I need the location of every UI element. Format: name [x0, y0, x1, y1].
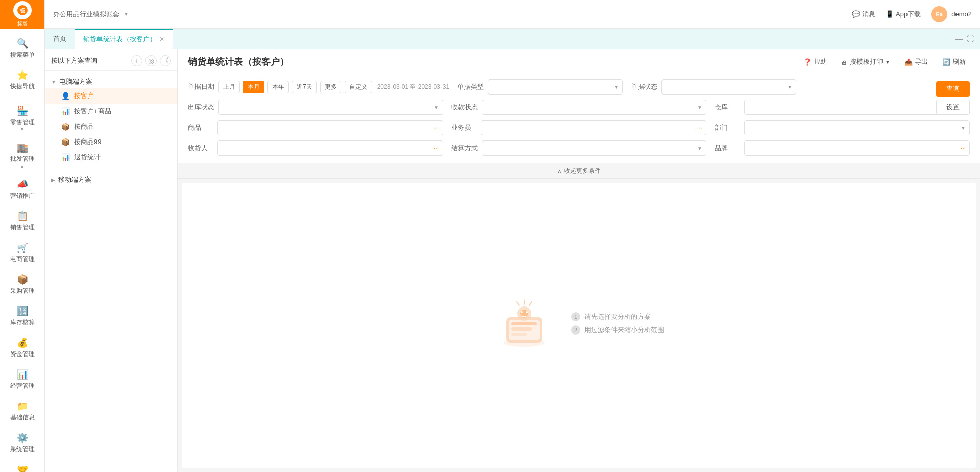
refresh-btn[interactable]: 🔄 刷新	[938, 55, 970, 68]
scheme-header: 按以下方案查询 + ◎ 《	[45, 49, 177, 71]
tab-close-icon[interactable]: ✕	[159, 36, 164, 43]
svg-line-12	[517, 302, 519, 305]
header-right: 💬 消息 📱 App下载 Ea demo2	[852, 6, 972, 22]
date-btn-last-month[interactable]: 上月	[218, 81, 240, 93]
scheme-edit-btn[interactable]: ◎	[145, 55, 157, 66]
svg-rect-6	[511, 327, 532, 331]
filter-row-3: 商品 ··· 业务员 ··· 部门	[188, 120, 970, 135]
scheme-collapse-btn[interactable]: 《	[160, 55, 171, 66]
logo[interactable]: 畅 标版	[0, 0, 44, 29]
sidebar-item-enterprise[interactable]: 🤝 企业协同	[0, 459, 44, 472]
sidebar-item-operations[interactable]: 📊 经营管理	[0, 364, 44, 395]
payment-select[interactable]	[482, 140, 706, 156]
empty-state: 1 请先选择要分析的方案 2 用过滤条件来缩小分析范围	[182, 183, 976, 468]
tab-controls: — ⛶	[173, 35, 980, 43]
avatar: Ea	[931, 6, 947, 22]
sidebar-inventory-label: 库存核算	[10, 318, 35, 327]
refresh-icon: 🔄	[942, 58, 950, 66]
message-label: 消息	[862, 10, 875, 19]
salesperson-more-icon[interactable]: ···	[697, 124, 702, 131]
purchase-icon: 📦	[17, 274, 28, 285]
query-btn[interactable]: 查询	[936, 81, 970, 97]
finance-icon: 💰	[17, 337, 28, 348]
mobile-group-label: 移动端方案	[58, 175, 91, 184]
sidebar-item-purchase[interactable]: 📦 采购管理	[0, 269, 44, 300]
settings-btn[interactable]: 设置	[936, 100, 970, 115]
scheme-group-mobile[interactable]: ▶ 移动端方案	[45, 173, 177, 186]
goods-label: 商品	[188, 123, 213, 132]
breadcrumb-arrow[interactable]: ▼	[124, 11, 129, 17]
return-icon: 📊	[61, 153, 70, 161]
sidebar-item-marketing[interactable]: 📣 营销推广	[0, 174, 44, 205]
logo-icon: 畅	[13, 1, 32, 19]
empty-tip-2: 2 用过滤条件来缩小分析范围	[571, 325, 664, 335]
date-btn-custom[interactable]: 自定义	[345, 81, 372, 93]
date-btn-this-year[interactable]: 本年	[267, 81, 289, 93]
tab-home[interactable]: 首页	[45, 29, 75, 49]
sidebar-item-retail[interactable]: 🏪 零售管理 ▼	[0, 100, 44, 137]
scheme-child-by-goods[interactable]: 📦 按商品	[45, 119, 177, 134]
receiver-input[interactable]	[217, 140, 443, 156]
header-left: 办公用品行业模拟账套 ▼	[53, 10, 129, 19]
sidebar-operations-label: 经营管理	[10, 382, 35, 390]
inventory-icon: 🔢	[17, 305, 28, 317]
doc-type-select[interactable]	[488, 79, 623, 95]
sidebar-item-basic[interactable]: 📁 基础信息	[0, 395, 44, 427]
payment-select-wrap: ▼	[482, 140, 706, 156]
tab-minimize-icon[interactable]: —	[955, 35, 963, 43]
out-status-select[interactable]	[218, 100, 443, 115]
sidebar-item-sales[interactable]: 📋 销售管理	[0, 205, 44, 237]
scheme-group-desktop[interactable]: ▼ 电脑端方案	[45, 75, 177, 88]
app-download-btn[interactable]: 📱 App下载	[886, 10, 921, 19]
brand-input-wrap: ···	[744, 140, 970, 156]
sales-icon: 📋	[17, 210, 28, 222]
message-icon: 💬	[852, 10, 860, 18]
sidebar-shortcut-label: 快捷导航	[10, 82, 35, 91]
date-btn-this-month[interactable]: 本月	[243, 81, 264, 93]
salesperson-input[interactable]	[481, 120, 706, 135]
goods-more-icon[interactable]: ···	[434, 124, 439, 131]
scheme-child-by-customer[interactable]: 👤 按客户	[45, 88, 177, 104]
salesperson-label: 业务员	[451, 123, 477, 132]
user-menu[interactable]: Ea demo2	[931, 6, 972, 22]
doc-status-label: 单据状态	[631, 82, 657, 91]
export-btn[interactable]: 📤 导出	[900, 55, 932, 68]
sidebar-item-inventory[interactable]: 🔢 库存核算	[0, 300, 44, 332]
scheme-add-btn[interactable]: +	[131, 55, 142, 66]
goods-input[interactable]	[217, 120, 443, 135]
dept-select[interactable]	[744, 120, 970, 135]
sidebar-finance-label: 资金管理	[10, 350, 35, 359]
doc-status-select[interactable]	[662, 79, 796, 95]
sidebar-purchase-label: 采购管理	[10, 287, 35, 295]
date-btn-last-7[interactable]: 近7天	[292, 81, 317, 93]
scheme-child-by-customer-goods[interactable]: 📊 按客户+商品	[45, 104, 177, 119]
collect-status-cell: 收款状态 ▼	[451, 100, 706, 115]
date-btn-more[interactable]: 更多	[320, 81, 341, 93]
doc-status-cell: 单据状态 ▼	[631, 79, 796, 95]
sidebar-item-shortcut[interactable]: ⭐ 快捷导航	[0, 64, 44, 96]
brand-input[interactable]	[744, 140, 970, 156]
help-btn[interactable]: ❓ 帮助	[799, 55, 831, 68]
receiver-cell: 收货人 ···	[188, 140, 443, 156]
sidebar-item-wholesale[interactable]: 🏬 批发管理 ▲	[0, 137, 44, 174]
message-btn[interactable]: 💬 消息	[852, 10, 875, 19]
receiver-input-wrap: ···	[217, 140, 443, 156]
tab-maximize-icon[interactable]: ⛶	[967, 35, 974, 43]
print-btn[interactable]: 🖨 按模板打印 ▼	[837, 55, 894, 68]
dept-select-wrap: ▼	[744, 120, 970, 135]
sidebar-item-ecommerce[interactable]: 🛒 电商管理	[0, 237, 44, 269]
sidebar-item-system[interactable]: ⚙️ 系统管理	[0, 427, 44, 459]
print-dropdown-icon: ▼	[885, 59, 890, 65]
brand-more-icon[interactable]: ···	[961, 145, 966, 152]
search-icon: 🔍	[17, 38, 28, 49]
scheme-child-by-goods-99[interactable]: 📦 按商品99	[45, 134, 177, 150]
sidebar-item-search[interactable]: 🔍 搜索菜单	[0, 33, 44, 64]
scheme-child-return-stats[interactable]: 📊 退货统计	[45, 150, 177, 165]
tab-sales-stat[interactable]: 销货单统计表（按客户） ✕	[75, 29, 173, 49]
collapse-bar[interactable]: ∧ 收起更多条件	[178, 163, 980, 179]
action-btns: 查询 设置	[936, 81, 970, 115]
collect-status-select[interactable]	[482, 100, 706, 115]
sidebar-item-finance[interactable]: 💰 资金管理	[0, 332, 44, 364]
collect-status-select-wrap: ▼	[482, 100, 706, 115]
receiver-more-icon[interactable]: ···	[434, 145, 439, 152]
